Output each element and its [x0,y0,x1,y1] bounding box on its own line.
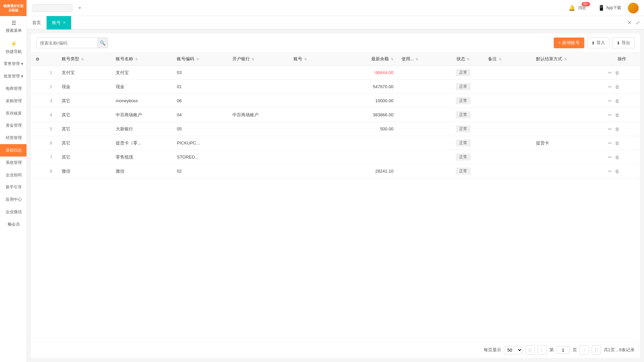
col-header-default[interactable]: 默认结算方式 ⇅ [532,53,604,66]
edit-icon[interactable]: ✏ [608,140,612,146]
sidebar-item-app-center[interactable]: 应用中心 [0,193,26,206]
col-header-bank[interactable]: 开户银行 ⇅ [228,53,289,66]
sidebar-item-search-menu[interactable]: ☰ 搜索菜单 [0,16,26,37]
sidebar-item-new-guide[interactable]: 新手引导 [0,181,26,193]
row-remark [484,66,532,80]
row-account-no [289,94,337,108]
row-remark [484,108,532,122]
row-default-payment [532,150,604,164]
row-status: 正常 [442,66,484,80]
delete-icon[interactable]: 🗑 [615,155,620,160]
accounts-table: ⚙ 账号类型 ⇅ 账号名称 ⇅ [31,53,640,178]
col-header-balance[interactable]: 最新余额 ⇅ [337,53,397,66]
delete-icon[interactable]: 🗑 [615,126,620,132]
sidebar-item-inventory[interactable]: 库存核算 [0,107,26,120]
row-balance [337,136,397,150]
delete-icon[interactable]: 🗑 [615,98,620,104]
tab-expand-btn[interactable]: ⤢ [634,18,641,27]
delete-icon[interactable]: 🗑 [615,112,620,118]
row-balance: 383866.00 [337,108,397,122]
edit-icon[interactable]: ✏ [608,98,612,104]
sidebar-item-ecommerce-mgmt[interactable]: 电商管理 [0,82,26,95]
row-status: 正常 [442,150,484,164]
edit-icon[interactable]: ✏ [608,70,612,75]
settings-icon: ⚙ [36,57,40,62]
status-badge: 正常 [456,69,471,76]
col-header-code[interactable]: 账号编码 ⇅ [173,53,228,66]
sidebar-item-retail-mgmt[interactable]: 零售管理 ▼ [0,58,26,70]
sidebar-item-finance-mgmt[interactable]: 资金管理 [0,119,26,132]
col-header-status[interactable]: 状态 ⇅ [442,53,484,66]
sort-remark-icon: ⇅ [499,57,501,61]
edit-icon[interactable]: ✏ [608,126,612,132]
row-name: 提货卡（零... [112,136,173,150]
row-bank [228,150,289,164]
table-row: 7 其它 零售抵现 STORED... 正常 ✏ 🗑 [31,150,640,164]
total-info: 共1页，8条记录 [604,347,635,353]
tab-home[interactable]: 首页 [27,16,47,29]
table-row: 5 其它 大新银行 05 500.00 正常 ✏ 🗑 [31,122,640,136]
avatar-img [628,3,639,13]
col-header-remark[interactable]: 备注 ⇅ [484,53,532,66]
tab-account[interactable]: 账号 ✕ [47,16,71,29]
row-use [397,150,442,164]
search-button[interactable]: 🔍 [97,38,108,48]
col-header-account[interactable]: 账号 ⇅ [289,53,337,66]
sidebar-item-basic-info[interactable]: 基础信息 [0,144,26,157]
col-header-name[interactable]: 账号名称 ⇅ [112,53,173,66]
content-area: 🔍 + 新增账号 ⬆ 导入 ⬇ 导出 [27,29,644,362]
col-header-type[interactable]: 账号类型 ⇅ [58,53,112,66]
add-account-button[interactable]: + 新增账号 [554,38,584,48]
top-search-input[interactable] [32,4,72,12]
row-default-payment [532,80,604,94]
delete-icon[interactable]: 🗑 [615,169,620,174]
row-index: 7 [44,150,58,164]
row-settings [31,122,44,136]
sidebar-item-vip-member[interactable]: 畅会员 [0,218,26,231]
edit-icon[interactable]: ✏ [608,84,612,89]
delete-icon[interactable]: 🗑 [615,70,620,75]
sidebar-item-quick-nav[interactable]: ⚡ 快捷导航 [0,37,26,58]
col-header-settings[interactable]: ⚙ [31,53,44,66]
chevron-down-icon: ▼ [20,62,24,66]
row-code: 03 [173,66,228,80]
row-code: 04 [173,108,228,122]
search-input[interactable] [37,41,97,46]
message-btn[interactable]: 🔔 99+ 消息 [569,5,586,11]
sidebar-item-enterprise-wechat[interactable]: 企业微信 [0,206,26,218]
delete-icon[interactable]: 🗑 [615,140,620,146]
page-size-select[interactable]: 50 10 20 100 [504,346,523,354]
edit-icon[interactable]: ✏ [608,112,612,118]
status-badge: 正常 [456,83,471,90]
edit-icon[interactable]: ✏ [608,155,612,160]
app-icon: 📱 [598,5,605,11]
sidebar-nav: ☰ 搜索菜单 ⚡ 快捷导航 零售管理 ▼ 批发管理 ▼ 电商管理 采购管理 库存… [0,16,26,362]
export-button[interactable]: ⬇ 导出 [612,38,635,48]
top-bar: ▼ 🔔 99+ 消息 📱 App下载 [27,0,644,16]
sidebar-item-operation-mgmt[interactable]: 经营管理 [0,132,26,144]
chevron-down-icon2: ▼ [20,74,24,79]
tab-close-all-btn[interactable]: ✕ [626,18,633,27]
first-page-btn[interactable]: ⟨⟨ [525,345,535,355]
row-code: 01 [173,80,228,94]
row-settings [31,108,44,122]
last-page-btn[interactable]: ⟩⟩ [592,345,601,355]
next-page-btn[interactable]: ⟩ [580,345,589,355]
import-button[interactable]: ⬆ 导入 [587,38,609,48]
app-download-btn[interactable]: 📱 App下载 [598,5,621,11]
pagination-bar: 每页显示 50 10 20 100 ⟨⟨ ⟨ 第 页 ⟩ ⟩⟩ 共1页，8条记录 [31,342,640,358]
table-row: 2 现金 现金 01 547670.00 正常 ✏ 🗑 [31,80,640,94]
delete-icon[interactable]: 🗑 [615,84,620,89]
sidebar-item-system-mgmt[interactable]: 系统管理 [0,157,26,169]
sidebar-item-enterprise-protocol[interactable]: 企业协同 [0,169,26,181]
avatar[interactable] [628,3,639,13]
sidebar-item-purchase-mgmt[interactable]: 采购管理 [0,95,26,107]
edit-icon[interactable]: ✏ [608,169,612,174]
tab-close-account[interactable]: ✕ [63,20,66,25]
prev-page-btn[interactable]: ⟨ [537,345,547,355]
sidebar-item-wholesale-mgmt[interactable]: 批发管理 ▼ [0,70,26,82]
row-bank: 中百商场账户 [228,108,289,122]
page-input[interactable] [556,346,570,354]
col-header-use[interactable]: 使用... ⇅ [397,53,442,66]
row-default-payment: 提货卡 [532,136,604,150]
